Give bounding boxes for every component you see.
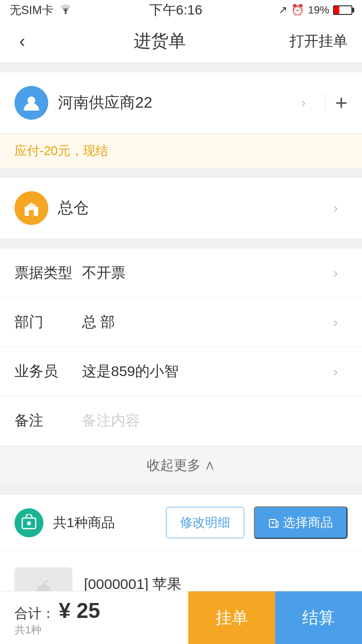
battery-icon (333, 5, 352, 15)
svg-point-5 (27, 521, 31, 525)
salesman-row[interactable]: 业务员 这是859的小智 › (0, 347, 362, 396)
salesman-label: 业务员 (14, 362, 82, 381)
footer-total-row: 合计： ¥ 25 (14, 599, 174, 623)
warehouse-name: 总仓 (58, 197, 334, 219)
back-button[interactable]: ‹ (14, 27, 30, 56)
divider (325, 93, 325, 112)
remark-row[interactable]: 备注 备注内容 (0, 396, 362, 446)
supplier-chevron-icon: › (301, 95, 306, 111)
status-time: 下午6:16 (149, 1, 203, 19)
product-count-text: 共1种商品 (53, 514, 156, 532)
remark-label: 备注 (14, 411, 82, 431)
svg-point-0 (65, 12, 67, 14)
svg-rect-3 (29, 210, 34, 216)
remark-input[interactable]: 备注内容 (82, 411, 348, 431)
warehouse-card: 总仓 › (0, 178, 362, 239)
alarm-icon: ⏰ (291, 4, 304, 16)
salesman-value: 这是859的小智 (82, 362, 334, 381)
gap4 (0, 485, 362, 495)
footer-total: 合计： ¥ 25 共1种 (0, 599, 188, 637)
collapse-label: 收起更多 ∧ (147, 458, 216, 473)
footer: 合计： ¥ 25 共1种 挂单 结算 (0, 591, 362, 644)
gap2 (0, 168, 362, 178)
product-id: [0000001] (84, 576, 148, 592)
invoice-type-row[interactable]: 票据类型 不开票 › (0, 249, 362, 298)
warehouse-row[interactable]: 总仓 › (0, 178, 362, 239)
status-left: 无SIM卡 (10, 2, 73, 18)
invoice-type-label: 票据类型 (14, 263, 82, 283)
open-hang-button[interactable]: 打开挂单 (290, 31, 348, 51)
hang-label: 挂单 (215, 607, 248, 629)
supplier-name: 河南供应商22 (58, 92, 301, 113)
salesman-chevron-icon: › (334, 364, 338, 379)
collapse-button[interactable]: 收起更多 ∧ (0, 446, 362, 485)
wifi-icon (58, 3, 73, 17)
page-title: 进货单 (134, 29, 186, 53)
supplier-avatar (14, 86, 48, 120)
add-button[interactable]: + (335, 92, 348, 113)
notice-bar: 应付-20元，现结 (0, 134, 362, 168)
department-value: 总 部 (82, 312, 334, 332)
status-bar: 无SIM卡 下午6:16 ↗ ⏰ 19% (0, 0, 362, 20)
warehouse-icon (14, 191, 48, 225)
signal-text: 无SIM卡 (10, 2, 54, 18)
department-row[interactable]: 部门 总 部 › (0, 298, 362, 347)
nav-bar: ‹ 进货单 打开挂单 (0, 20, 362, 63)
department-label: 部门 (14, 312, 82, 332)
hang-button[interactable]: 挂单 (188, 591, 275, 644)
gap1 (0, 63, 362, 72)
gap3 (0, 239, 362, 249)
form-card: 票据类型 不开票 › 部门 总 部 › 业务员 这是859的小智 › 备注 备注… (0, 249, 362, 446)
invoice-chevron-icon: › (334, 266, 338, 281)
select-product-label: 选择商品 (283, 514, 333, 531)
supplier-card: 河南供应商22 › + 应付-20元，现结 (0, 72, 362, 168)
supplier-row[interactable]: 河南供应商22 › + (0, 72, 362, 134)
products-header: 共1种商品 修改明细 选择商品 (0, 495, 362, 551)
select-product-button[interactable]: 选择商品 (254, 506, 348, 539)
invoice-type-value: 不开票 (82, 263, 334, 283)
edit-detail-button[interactable]: 修改明细 (166, 507, 244, 538)
notice-text: 应付-20元，现结 (14, 143, 108, 158)
battery-percent: 19% (308, 4, 329, 16)
product-title: 苹果 (153, 576, 181, 592)
status-right: ↗ ⏰ 19% (278, 4, 352, 16)
footer-total-label: 合计： (14, 606, 55, 621)
warehouse-chevron-icon: › (334, 200, 338, 216)
product-count-icon (14, 508, 43, 537)
footer-sub-label: 共1种 (14, 623, 174, 637)
checkout-label: 结算 (302, 607, 335, 629)
department-chevron-icon: › (334, 315, 338, 330)
location-icon: ↗ (278, 4, 287, 16)
main-content: 河南供应商22 › + 应付-20元，现结 总仓 › 票据类型 (0, 63, 362, 644)
footer-total-amount: ¥ 25 (59, 599, 100, 622)
checkout-button[interactable]: 结算 (275, 591, 362, 644)
